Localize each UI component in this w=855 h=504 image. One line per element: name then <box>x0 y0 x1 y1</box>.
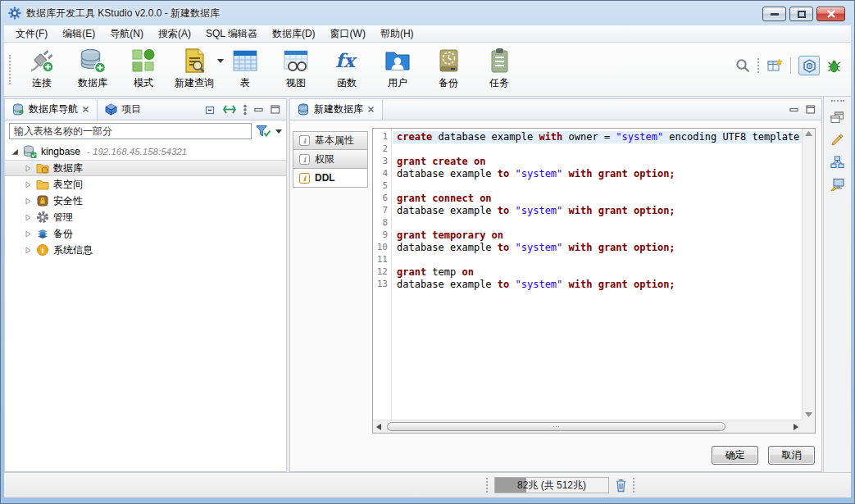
tab-project[interactable]: 项目 <box>98 99 148 120</box>
tree-item-folder-database[interactable]: 数据库 <box>5 160 286 176</box>
tree-collapsed-icon[interactable] <box>24 214 32 221</box>
code-line[interactable]: grant temp on <box>393 266 802 279</box>
maximize-view-icon[interactable] <box>806 105 816 114</box>
toolbar-schema[interactable]: 模式 <box>118 47 169 90</box>
menu-item[interactable]: 窗口(W) <box>323 25 373 43</box>
close-icon[interactable] <box>82 106 89 113</box>
rail-drag-handle[interactable] <box>831 100 844 102</box>
code-line[interactable]: grant create on <box>393 156 802 168</box>
menu-item[interactable]: 数据库(D) <box>265 25 323 43</box>
scroll-up-icon[interactable] <box>805 131 812 136</box>
pen-icon[interactable] <box>830 133 844 147</box>
tree-item-folder[interactable]: 表空间 <box>5 176 286 193</box>
paint-computer-icon[interactable] <box>830 178 844 191</box>
close-icon[interactable] <box>367 106 375 113</box>
menu-item[interactable]: 文件(F) <box>8 25 55 43</box>
code-line[interactable]: grant temporary on <box>393 229 802 242</box>
toolbar-database[interactable]: 数据库 <box>67 47 118 90</box>
tree-collapsed-icon[interactable] <box>24 165 32 172</box>
new-view-icon[interactable] <box>767 58 783 73</box>
code-line[interactable]: create database example with owner = "sy… <box>393 131 802 143</box>
maximize-button[interactable] <box>789 7 813 21</box>
editor-tab-tools <box>789 99 821 120</box>
menu-item[interactable]: 导航(N) <box>102 25 151 43</box>
toolbar-function[interactable]: fx函数 <box>321 47 372 90</box>
topology-icon[interactable] <box>830 156 844 169</box>
menu-item[interactable]: 编辑(E) <box>55 25 102 43</box>
menu-item[interactable]: 帮助(H) <box>373 25 421 43</box>
menu-item[interactable]: 搜索(A) <box>151 25 198 43</box>
menu-item[interactable]: SQL 编辑器 <box>198 25 265 43</box>
tree-item-security[interactable]: 安全性 <box>5 193 286 209</box>
filter-row <box>5 120 286 142</box>
editor-panel: 新建数据库 i 基本属性 i 权限 <box>289 98 822 472</box>
side-tab-ddl[interactable]: i DDL <box>293 169 368 188</box>
code-line[interactable]: grant connect on <box>393 193 802 205</box>
minimize-view-icon[interactable] <box>254 105 264 114</box>
toolbar-user[interactable]: 用户 <box>372 47 423 90</box>
tree-root-kingbase[interactable]: kingbase - 192.168.45.158:54321 <box>5 143 286 160</box>
app-icon <box>8 7 21 20</box>
horizontal-scrollbar[interactable] <box>373 420 802 433</box>
toolbar-view[interactable]: 视图 <box>271 47 321 90</box>
status-drag-handle[interactable] <box>486 478 489 493</box>
filter-dropdown-icon[interactable] <box>275 129 282 134</box>
code-line[interactable] <box>393 143 802 156</box>
ok-button[interactable]: 确定 <box>712 446 758 465</box>
toolbar-table[interactable]: 表 <box>220 47 271 90</box>
side-tab-basic-properties[interactable]: i 基本属性 <box>293 131 368 150</box>
tree-collapsed-icon[interactable] <box>24 181 32 188</box>
debug-icon[interactable] <box>827 59 841 73</box>
tree-collapsed-icon[interactable] <box>24 198 32 205</box>
scrollbar-thumb[interactable] <box>387 422 725 431</box>
tab-database-navigator[interactable]: 数据库导航 <box>5 99 98 120</box>
search-icon[interactable] <box>735 58 750 73</box>
scroll-left-icon[interactable] <box>376 424 381 430</box>
tab-new-database[interactable]: 新建数据库 <box>290 99 383 120</box>
user-icon <box>384 47 412 75</box>
toolbar-connect[interactable]: 连接 <box>16 47 67 90</box>
scroll-down-icon[interactable] <box>805 412 812 417</box>
close-button[interactable] <box>816 7 845 21</box>
tree-collapsed-icon[interactable] <box>24 247 32 254</box>
property-side-tabs: i 基本属性 i 权限 i DDL <box>293 131 368 188</box>
code-line[interactable]: database example to "system" with grant … <box>393 279 802 291</box>
view-menu-icon[interactable] <box>243 104 248 116</box>
tree-item-gear[interactable]: 管理 <box>5 209 286 225</box>
restore-view-icon[interactable] <box>830 111 844 124</box>
garbage-collect-button[interactable] <box>615 478 627 493</box>
collapse-all-icon[interactable] <box>205 104 216 115</box>
minimize-button[interactable] <box>762 7 786 21</box>
sql-code-area[interactable]: create database example with owner = "sy… <box>393 129 802 420</box>
scroll-right-icon[interactable] <box>794 424 798 430</box>
minimize-view-icon[interactable] <box>789 105 799 114</box>
side-tab-permissions[interactable]: i 权限 <box>293 150 368 169</box>
code-line[interactable]: database example to "system" with grant … <box>393 205 802 217</box>
table-icon <box>231 47 259 75</box>
maximize-view-icon[interactable] <box>271 105 280 114</box>
code-line[interactable] <box>393 254 802 266</box>
tree-item-label: 系统信息 <box>53 243 93 257</box>
code-line[interactable]: database example to "system" with grant … <box>393 168 802 180</box>
perspective-button[interactable] <box>798 56 820 75</box>
toolbar-drag-handle[interactable] <box>9 55 12 84</box>
code-line[interactable] <box>393 180 802 193</box>
link-editor-icon[interactable] <box>223 105 236 114</box>
tree-item-info[interactable]: i系统信息 <box>5 242 286 258</box>
toolbar-backup[interactable]: 备份 <box>423 47 474 90</box>
status-drag-handle[interactable] <box>633 478 635 493</box>
code-line[interactable] <box>393 217 802 229</box>
filter-funnel-icon[interactable] <box>256 125 271 138</box>
tree-expanded-icon[interactable] <box>11 148 19 156</box>
vertical-scrollbar[interactable] <box>802 129 815 420</box>
code-line[interactable]: database example to "system" with grant … <box>393 242 802 254</box>
toolbar-task[interactable]: 任务 <box>474 47 525 90</box>
cancel-button[interactable]: 取消 <box>768 446 815 465</box>
tree-collapsed-icon[interactable] <box>24 230 32 238</box>
layers-icon <box>36 227 49 240</box>
toolbar-new-query[interactable]: 新建查询 <box>169 47 220 90</box>
table-filter-input[interactable] <box>9 123 252 139</box>
tree-item-label: 数据库 <box>53 161 83 175</box>
tree-item-layers[interactable]: 备份 <box>5 225 286 242</box>
sql-editor[interactable]: 12345678910111213 create database exampl… <box>372 128 816 434</box>
